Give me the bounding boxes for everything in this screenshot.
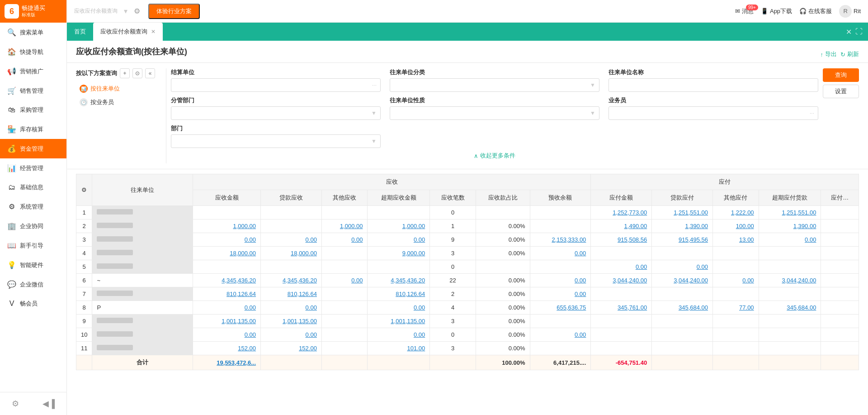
settings-button[interactable]: 设置 [823,85,859,98]
cell-ar_other[interactable]: 1,000.00 [321,219,368,233]
cell-ar_other[interactable] [321,328,368,342]
cell-ap_other[interactable]: 1,222.00 [713,206,759,219]
cell-ap_overdue[interactable] [759,260,821,274]
cell-ar_amount[interactable] [193,260,261,274]
cell-ap_loan[interactable] [652,342,713,355]
cell-ar_other[interactable] [321,206,368,219]
cell-ar_loan[interactable]: 0.00 [261,301,322,315]
message-button[interactable]: ✉ 消息 99+ [735,7,754,15]
cell-ap_other[interactable] [713,247,759,260]
settlement-input[interactable]: ··· [171,78,381,92]
cell-ar_amount[interactable]: 810,126.64 [193,287,261,301]
cell-ar_loan[interactable]: 1,001,135.00 [261,315,322,328]
cell-ap_amount[interactable]: 0.00 [591,260,652,274]
cell-ar_other[interactable] [321,260,368,274]
cell-prepay[interactable] [530,260,591,274]
cell-ap_loan[interactable]: 1,251,551.00 [652,206,713,219]
cell-ar_overdue[interactable]: 9,000.00 [368,247,430,260]
salesman-text-input[interactable] [613,110,810,117]
cell-ap_overdue[interactable] [759,315,821,328]
cell-ap_overdue[interactable] [759,328,821,342]
cell-prepay[interactable]: 0.00 [530,274,591,287]
cell-ar_overdue[interactable]: 4,345,436.20 [368,274,430,287]
dept-input[interactable] [175,138,371,145]
table-settings-header[interactable]: ⚙ [76,174,92,206]
cell-ar_loan[interactable]: 0.00 [261,328,322,342]
add-scheme-button[interactable]: + [120,68,130,78]
cell-prepay[interactable]: 0.00 [530,247,591,260]
cell-ar_overdue[interactable]: 810,126.64 [368,287,430,301]
cell-ar_amount[interactable]: 1,001,135.00 [193,315,261,328]
cell-ap_amount[interactable] [591,328,652,342]
cell-ar_amount[interactable]: 18,000.00 [193,247,261,260]
cell-ar_overdue[interactable]: 101.00 [368,342,430,355]
cell-ap_amount[interactable]: 1,252,773.00 [591,206,652,219]
cell-ap_loan[interactable]: 0.00 [652,260,713,274]
sidebar-item-purchase[interactable]: 🛍 采购管理 [0,100,66,119]
cell-ar_overdue[interactable]: 0.00 [368,328,430,342]
user-menu-button[interactable]: R Rit [839,5,861,18]
cell-ar_other[interactable] [321,342,368,355]
sidebar-item-system[interactable]: ⚙ 系统管理 [0,197,66,216]
cell-ap_amount[interactable] [591,342,652,355]
cell-ap_overdue[interactable] [759,247,821,260]
department-input[interactable] [175,110,371,117]
tab-fullscreen-icon[interactable]: ⛶ [855,28,863,36]
department-select[interactable]: ▼ [171,106,381,120]
sidebar-item-wechat[interactable]: 💬 企业微信 [0,275,66,294]
settings-footer-button[interactable]: ⚙ [8,397,23,410]
cell-ar_amount[interactable]: 1,000.00 [193,219,261,233]
online-service-button[interactable]: 🎧 在线客服 [799,7,832,15]
query-button[interactable]: 查询 [823,68,859,82]
cell-ap_other[interactable] [713,328,759,342]
cell-prepay[interactable]: 0.00 [530,328,591,342]
cell-ar_overdue[interactable]: 0.00 [368,301,430,315]
cell-ap_loan[interactable]: 3,044,240.00 [652,274,713,287]
sidebar-item-inventory[interactable]: 🏪 库存核算 [0,119,66,139]
tab-home[interactable]: 首页 [67,23,93,41]
cell-ar_amount[interactable]: 152.00 [193,342,261,355]
filter-by-partner[interactable]: 📊 按往来单位 [76,82,159,95]
cell-prepay[interactable]: 655,636.75 [530,301,591,315]
cell-ar_overdue[interactable] [368,206,430,219]
sidebar-item-basic[interactable]: 🗂 基础信息 [0,178,66,197]
settlement-text-input[interactable] [175,82,372,89]
cell-ar_overdue[interactable]: 1,000.00 [368,219,430,233]
partner-category-select[interactable]: ▼ [390,78,599,92]
cell-ap_other[interactable] [713,260,759,274]
cell-ap_other[interactable] [713,342,759,355]
cell-ap_loan[interactable] [652,328,713,342]
cell-ar_loan[interactable] [261,260,322,274]
cell-ap_overdue[interactable]: 1,390.00 [759,219,821,233]
collapse-more-button[interactable]: ∧ 收起更多条件 [171,148,818,163]
cell-ap_other[interactable]: 100.00 [713,219,759,233]
cell-prepay[interactable] [530,219,591,233]
cell-ap_amount[interactable]: 3,044,240.00 [591,274,652,287]
partner-nature-select[interactable]: ▼ [390,106,599,120]
sidebar-item-marketing[interactable]: 📢 营销推广 [0,62,66,81]
cell-ar_other[interactable]: 0.00 [321,233,368,247]
filter-by-salesman[interactable]: 🕐 按业务员 [76,95,159,109]
sidebar-item-search[interactable]: 🔍 搜索菜单 [0,23,66,42]
cell-ap_overdue[interactable] [759,287,821,301]
cell-ap_other[interactable]: 13.00 [713,233,759,247]
edit-scheme-button[interactable]: ⊙ [132,68,142,78]
cell-ap_loan[interactable]: 1,390.00 [652,219,713,233]
partner-name-input[interactable] [609,78,818,92]
cell-ar_overdue[interactable]: 1,001,135.00 [368,315,430,328]
cell-prepay[interactable]: 2,153,333.00 [530,233,591,247]
footer-ar-amount[interactable]: 19,553,472,6... [193,355,261,370]
tab-ar-ap[interactable]: 应收应付余额查询 ✕ [93,23,163,41]
cell-ar_loan[interactable]: 152.00 [261,342,322,355]
cell-ap_other[interactable]: 77.00 [713,301,759,315]
cell-ap_loan[interactable] [652,315,713,328]
tab-close-all-icon[interactable]: ✕ [846,28,852,36]
partner-name-text-input[interactable] [613,82,814,89]
cell-ap_amount[interactable]: 345,761.00 [591,301,652,315]
sidebar-item-sales[interactable]: 🛒 销售管理 [0,81,66,100]
cell-ap_amount[interactable] [591,315,652,328]
cell-ar_amount[interactable]: 0.00 [193,301,261,315]
dept-select[interactable]: ▼ [171,134,381,148]
partner-nature-input[interactable] [394,110,590,117]
cell-ar_other[interactable] [321,247,368,260]
